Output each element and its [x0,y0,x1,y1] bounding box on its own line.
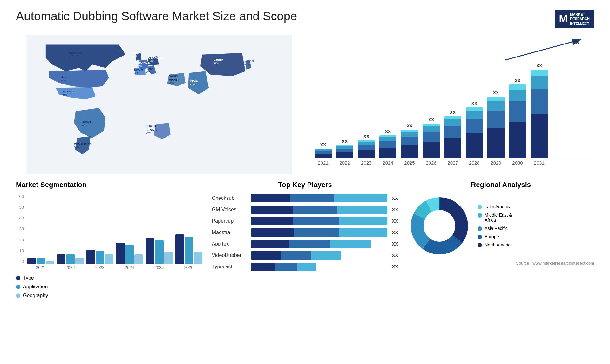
seg-bar-group [175,234,202,264]
regional-legend-north-america: North America [478,242,513,247]
svg-text:xx%: xx% [61,79,66,82]
svg-text:SOUTH: SOUTH [146,124,156,128]
page: Automatic Dubbing Software Market Size a… [0,0,610,364]
svg-text:xx%: xx% [244,63,249,66]
bar-chart-section: XX XXXXXXXXXXXXXXXXXXXXXX 20212022202320… [308,35,594,174]
svg-text:SAUDI: SAUDI [169,74,178,78]
player-row: AppTekXX [212,240,398,248]
svg-text:xx%: xx% [134,71,139,75]
svg-text:xx%: xx% [169,81,174,84]
svg-text:AFRICA: AFRICA [146,128,157,131]
svg-text:xx%: xx% [190,83,195,86]
player-row: PapercupXX [212,217,398,225]
svg-text:SPAIN: SPAIN [134,68,143,71]
svg-text:JAPAN: JAPAN [244,59,254,63]
logo-letter: M [559,13,568,25]
svg-text:xx%: xx% [148,60,153,63]
svg-point-41 [424,211,455,241]
regional-legend-mea: Middle East &Africa [478,212,513,223]
bar-group: XX [531,63,548,158]
svg-text:BRAZIL: BRAZIL [82,120,93,124]
regional-legend-apac: Asia Pacific [478,226,513,231]
seg-bar-group [27,258,54,264]
bar-group: XX [358,134,375,158]
svg-text:xx%: xx% [214,61,219,64]
svg-text:ITALY: ITALY [146,67,154,70]
svg-text:ARGENTINA: ARGENTINA [74,142,92,145]
svg-text:U.S.: U.S. [61,75,66,78]
svg-text:CHINA: CHINA [214,58,223,61]
players-section: Top Key Players ChecksubXXGM VoicesXXPap… [212,181,398,274]
svg-text:xx%: xx% [137,64,142,68]
donut-chart [408,194,471,258]
bar-group: XX [336,139,353,158]
bar-group: XX [379,129,396,158]
seg-bar-group [86,250,113,264]
svg-text:MEXICO: MEXICO [62,90,74,93]
logo: M MARKET RESEARCH INTELLECT [555,10,594,28]
bar-group: XX [509,78,526,158]
svg-line-34 [505,39,581,60]
svg-text:xx%: xx% [62,93,67,97]
player-row: MaestraXX [212,228,398,237]
seg-bar-group [146,238,173,264]
svg-text:xx%: xx% [132,55,137,58]
legend-type: Type [16,275,202,281]
logo-text: MARKET RESEARCH INTELLECT [570,12,590,26]
segmentation-title: Market Segmentation [16,181,202,189]
svg-text:XX: XX [572,39,580,45]
page-title: Automatic Dubbing Software Market Size a… [16,10,297,23]
header: Automatic Dubbing Software Market Size a… [16,10,594,28]
legend-geography: Geography [16,293,202,299]
player-row: VideoDubberXX [212,251,398,260]
svg-text:xx%: xx% [146,131,151,134]
svg-text:INDIA: INDIA [190,79,198,83]
player-row: TypecastXX [212,263,398,271]
bar-group: XX [487,90,505,158]
bar-group: XX [423,117,440,158]
bar-group: XX [444,110,461,158]
segmentation-section: Market Segmentation 0 10 20 30 40 50 60 [16,181,202,299]
legend-application: Application [16,284,202,290]
svg-text:U.K.: U.K. [132,51,138,55]
bar-group: XX [315,142,332,158]
svg-text:xx%: xx% [74,145,79,148]
svg-text:xx%: xx% [82,124,87,127]
source-text: Source : www.marketresearchintellect.com [408,261,594,266]
svg-text:xx%: xx% [146,70,151,73]
svg-text:xx%: xx% [69,55,74,58]
svg-text:FRANCE: FRANCE [137,61,150,64]
regional-legend-europe: Europe [478,234,513,239]
world-map: CANADA xx% U.S. xx% MEXICO xx% BRAZIL xx… [16,35,302,174]
regional-section: Regional Analysis [408,181,594,266]
svg-text:ARABIA: ARABIA [169,78,180,81]
seg-bar-group [116,243,143,264]
players-title: Top Key Players [212,181,398,189]
player-row: ChecksubXX [212,194,398,202]
map-section: CANADA xx% U.S. xx% MEXICO xx% BRAZIL xx… [16,35,302,174]
bar-group: XX [466,101,483,158]
trend-arrow: XX [505,38,585,63]
svg-text:GERMANY: GERMANY [148,56,164,59]
svg-text:CANADA: CANADA [69,51,82,55]
player-row: GM VoicesXX [212,206,398,214]
regional-legend-latin: Latin America [478,204,513,209]
bar-group: XX [401,123,418,158]
seg-bar-group [57,254,84,264]
regional-title: Regional Analysis [408,181,594,189]
